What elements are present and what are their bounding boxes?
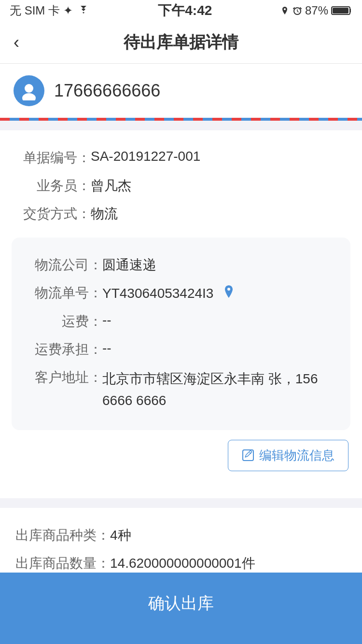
status-right: 87% [280,4,352,17]
page-title: 待出库单据详情 [124,31,238,54]
freight-bearer-label: 运费承担： [25,340,102,359]
freight-label: 运费： [25,312,102,331]
edit-icon [242,449,254,462]
freight-row: 运费： -- [25,308,337,336]
order-info-section: 单据编号： SA-20191227-001 业务员： 曾凡杰 交货方式： 物流 … [0,130,362,498]
confirm-button-label: 确认出库 [148,592,214,615]
goods-quantity-value: 14.620000000000001件 [110,554,348,573]
freight-bearer-row: 运费承担： -- [25,336,337,364]
salesperson-label: 业务员： [14,177,91,195]
freight-bearer-value: -- [102,340,337,356]
logistics-company-value: 圆通速递 [102,256,337,274]
logistics-company-row: 物流公司： 圆通速递 [25,251,337,279]
svg-point-3 [25,84,33,93]
sim-status: 无 SIM 卡 ✦ [10,3,73,18]
delivery-row: 交货方式： 物流 [0,200,362,228]
goods-quantity-label: 出库商品数量： [14,554,110,573]
status-bar: 无 SIM 卡 ✦ 下午4:42 87% [0,0,362,21]
nav-bar: ‹ 待出库单据详情 [0,21,362,64]
battery-percent: 87% [305,4,328,17]
location-icon [280,6,290,15]
goods-types-value: 4种 [110,526,348,545]
logistics-card: 物流公司： 圆通速递 物流单号： YT43064053424I3 运费： -- … [12,238,350,430]
svg-point-4 [22,93,36,100]
order-number-label: 单据编号： [14,149,91,167]
avatar [14,75,44,106]
delivery-label: 交货方式： [14,205,91,223]
order-number-value: SA-20191227-001 [91,149,348,164]
customer-header: 17666666666 [0,64,362,118]
confirm-button[interactable]: 确认出库 [14,582,348,625]
goods-types-row: 出库商品种类： 4种 [0,521,362,549]
order-number-row: 单据编号： SA-20191227-001 [0,144,362,172]
confirm-bar: 确认出库 [0,573,362,644]
edit-logistics-button[interactable]: 编辑物流信息 [228,440,348,471]
delivery-value: 物流 [91,205,348,223]
section-divider-1 [0,121,362,130]
user-icon [19,81,39,100]
edit-logistics-label: 编辑物流信息 [259,447,334,464]
logistics-tracking-value: YT43064053424I3 [102,284,337,303]
svg-rect-2 [333,8,348,14]
status-time: 下午4:42 [158,1,212,20]
logistics-tracking-row: 物流单号： YT43064053424I3 [25,279,337,308]
salesperson-value: 曾凡杰 [91,177,348,195]
status-left: 无 SIM 卡 ✦ [10,3,90,18]
wifi-icon [77,6,90,15]
logistics-company-label: 物流公司： [25,256,102,274]
back-button[interactable]: ‹ [14,32,19,53]
tracking-location-icon[interactable] [221,284,237,303]
section-divider-2 [0,498,362,508]
customer-phone: 17666666666 [54,81,160,101]
freight-value: -- [102,312,337,328]
salesperson-row: 业务员： 曾凡杰 [0,172,362,200]
battery-icon [331,5,352,16]
logistics-tracking-label: 物流单号： [25,284,102,302]
edit-logistics-button-container: 编辑物流信息 [0,440,362,485]
address-label: 客户地址： [25,368,102,387]
alarm-icon [292,6,302,15]
goods-types-label: 出库商品种类： [14,526,110,545]
address-row: 客户地址： 北京市市辖区海淀区永丰南 张，156 6666 6666 [25,364,337,417]
address-value: 北京市市辖区海淀区永丰南 张，156 6666 6666 [102,368,337,412]
